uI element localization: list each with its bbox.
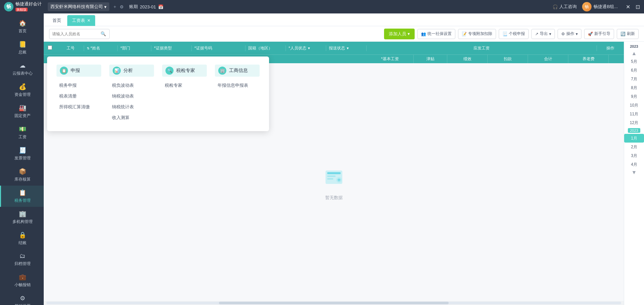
new-guide-toolbar-btn[interactable]: 🚀 新手引导 xyxy=(584,29,614,39)
cal-month-5[interactable]: 5月 xyxy=(624,57,644,66)
sidebar-item-multi-org[interactable]: 🏢 多机构管理 xyxy=(0,207,44,228)
sidebar-item-ledger[interactable]: 📒 总账 xyxy=(0,37,44,59)
cal-month-2[interactable]: 2月 xyxy=(624,143,644,151)
inventory-icon: 📦 xyxy=(19,168,26,175)
app-name: 畅捷通好会计 xyxy=(15,1,42,7)
tab-home[interactable]: 首页 xyxy=(48,15,66,26)
fund-icon: 💰 xyxy=(19,83,26,90)
sidebar-item-invoice[interactable]: 🧾 发票管理 xyxy=(0,143,44,164)
add-person-button[interactable]: 添加人员 ▾ xyxy=(384,29,415,39)
tab-close-icon[interactable]: ✕ xyxy=(87,18,90,23)
maximize-window-btn[interactable]: ⊡ xyxy=(636,4,640,10)
menu-section-title-analysis: 📊 分析 xyxy=(109,65,154,77)
analysis-title: 分析 xyxy=(123,68,133,74)
calendar-icon[interactable]: 📅 xyxy=(158,4,163,9)
filter-icon-pstatus[interactable]: ▼ xyxy=(307,46,311,50)
filter-icon-rstatus[interactable]: ▼ xyxy=(346,46,349,50)
sidebar-item-inventory[interactable]: 📦 库存核算 xyxy=(0,164,44,186)
cal-month-1-active[interactable]: 1月 xyxy=(624,134,644,143)
logo-icon: 畅 xyxy=(4,2,13,11)
cal-month-6[interactable]: 6月 xyxy=(624,66,644,75)
cal-month-9[interactable]: 9月 xyxy=(624,92,644,101)
operations-btn[interactable]: ⚙ 操作 ▾ xyxy=(558,29,581,39)
user-name: 畅捷通B组... xyxy=(594,4,618,10)
sidebar-item-fund[interactable]: 💰 资金管理 xyxy=(0,80,44,101)
menu-section-analysis: 📊 分析 税负波动表 纳税波动表 纳税统计表 收入测算 xyxy=(105,62,158,126)
sidebar-label-multi: 多机构管理 xyxy=(12,219,33,225)
sidebar-item-mini-report[interactable]: 💼 小畅报销 xyxy=(0,270,44,291)
menu-item-tax-check[interactable]: 税检专家 xyxy=(162,80,207,91)
dropdown-menu: 📋 申报 税务申报 税表清册 所得税汇算清缴 📊 分析 税负波动表 纳税波动表 … xyxy=(47,56,269,131)
cal-down-btn[interactable]: ▼ xyxy=(624,169,644,176)
menu-section-title-tax-expert: 🔍 税检专家 xyxy=(162,65,207,77)
menu-item-tax-stats[interactable]: 纳税统计表 xyxy=(109,102,154,112)
settings-gear-icon[interactable]: ⚙ xyxy=(120,4,124,9)
avatar: 畅 xyxy=(582,2,592,11)
cal-month-3[interactable]: 3月 xyxy=(624,151,644,160)
cal-month-12[interactable]: 12月 xyxy=(624,118,644,127)
menu-item-tax-burden[interactable]: 税负波动表 xyxy=(109,80,154,91)
menu-section-biz-info: 🏢 工商信息 年报信息申报表 xyxy=(211,62,264,126)
cal-year-header: 2023 xyxy=(630,43,638,50)
cal-month-7[interactable]: 7月 xyxy=(624,75,644,83)
cal-up-btn[interactable]: ▲ xyxy=(624,50,644,57)
sidebar-item-fixed-assets[interactable]: 🏭 固定资产 xyxy=(0,101,44,122)
archive-icon: 🗂 xyxy=(20,253,26,260)
cal-month-4[interactable]: 4月 xyxy=(624,160,644,169)
cal-month-10[interactable]: 10月 xyxy=(624,101,644,110)
sidebar: 🏠 首页 📒 总账 ☁ 云报表中心 💰 资金管理 🏭 固定资产 💵 工资 🧾 发… xyxy=(0,13,44,305)
close-window-btn[interactable]: ✕ xyxy=(626,4,630,10)
menu-item-tax-filing[interactable]: 税务申报 xyxy=(56,80,101,91)
scroll-track[interactable] xyxy=(46,302,621,304)
sidebar-label-cloud: 云报表中心 xyxy=(12,71,33,76)
th-subsidy-label: 津贴 xyxy=(426,56,434,62)
refresh-icon: 🔄 xyxy=(620,32,626,36)
th-subsidy: 津贴 xyxy=(414,55,447,63)
sidebar-label-tax: 税务管理 xyxy=(14,198,31,203)
th-certtype-label: *证据类型 xyxy=(154,46,172,50)
sidebar-label-mini: 小畅报销 xyxy=(14,282,31,288)
sidebar-item-close[interactable]: 🔒 结账 xyxy=(0,228,44,249)
sidebar-item-basic-settings[interactable]: ⚙ 基础设置 xyxy=(0,291,44,305)
tax-icon: 📋 xyxy=(19,189,26,196)
company-dropdown-icon: ▾ xyxy=(104,4,107,9)
empty-illustration xyxy=(320,164,347,191)
menu-item-annual-report[interactable]: 年报信息申报表 xyxy=(215,80,260,91)
menu-item-tax-form[interactable]: 税表清册 xyxy=(56,91,101,102)
new-guide-toolbar-label: 新手引导 xyxy=(594,31,610,37)
personal-tax-btn[interactable]: 📃 个税申报 xyxy=(499,29,529,39)
menu-item-tax-wave[interactable]: 纳税波动表 xyxy=(109,91,154,102)
th-dept: *部门 xyxy=(118,45,151,51)
social-insurance-btn[interactable]: 👥 统一社保设置 xyxy=(417,29,455,39)
scroll-thumb[interactable] xyxy=(219,302,449,304)
sidebar-item-archive[interactable]: 🗂 归档管理 xyxy=(0,249,44,270)
select-all-checkbox[interactable] xyxy=(48,45,52,50)
add-company-icon[interactable]: ＋ xyxy=(113,4,117,10)
menu-item-income-calc[interactable]: 收入测算 xyxy=(109,112,154,123)
company-selector[interactable]: 西安虾米网络科技有限公司 ▾ xyxy=(48,2,109,11)
sidebar-item-tax-mgmt[interactable]: 📋 税务管理 xyxy=(0,186,44,207)
cal-month-11[interactable]: 11月 xyxy=(624,110,644,118)
th-pension-label: 养老费 xyxy=(582,56,595,62)
export-icon: ↗ xyxy=(535,32,538,36)
tab-salary[interactable]: 工资表 ✕ xyxy=(67,15,95,26)
search-input[interactable] xyxy=(52,32,99,36)
operations-arrow: ▾ xyxy=(576,32,578,36)
sidebar-item-salary[interactable]: 💵 工资 xyxy=(0,122,44,143)
export-btn[interactable]: ↗ 导出 ▾ xyxy=(531,29,555,39)
refresh-btn[interactable]: 🔄 刷新 xyxy=(617,29,639,39)
menu-item-income-clear[interactable]: 所得税汇算清缴 xyxy=(56,102,101,112)
th-region: 国籍（地区） xyxy=(245,45,286,51)
user-info[interactable]: 畅 畅捷通B组... xyxy=(582,2,618,11)
personal-tax-label: 个税申报 xyxy=(509,31,525,37)
sidebar-label-ledger: 总账 xyxy=(18,49,27,55)
sort-icon: ⇅ xyxy=(87,46,89,50)
app-logo: 畅 畅捷通好会计 旗舰版 xyxy=(4,1,48,12)
sidebar-item-home[interactable]: 🏠 首页 xyxy=(0,16,44,37)
cal-month-8[interactable]: 8月 xyxy=(624,83,644,92)
th-performance: 绩效 xyxy=(447,55,488,63)
special-deduct-btn[interactable]: 📝 专项附加扣除 xyxy=(458,29,496,39)
support-btn[interactable]: 🎧 人工咨询 xyxy=(553,4,577,10)
scrollbar[interactable] xyxy=(44,301,624,305)
sidebar-item-cloud-report[interactable]: ☁ 云报表中心 xyxy=(0,59,44,80)
